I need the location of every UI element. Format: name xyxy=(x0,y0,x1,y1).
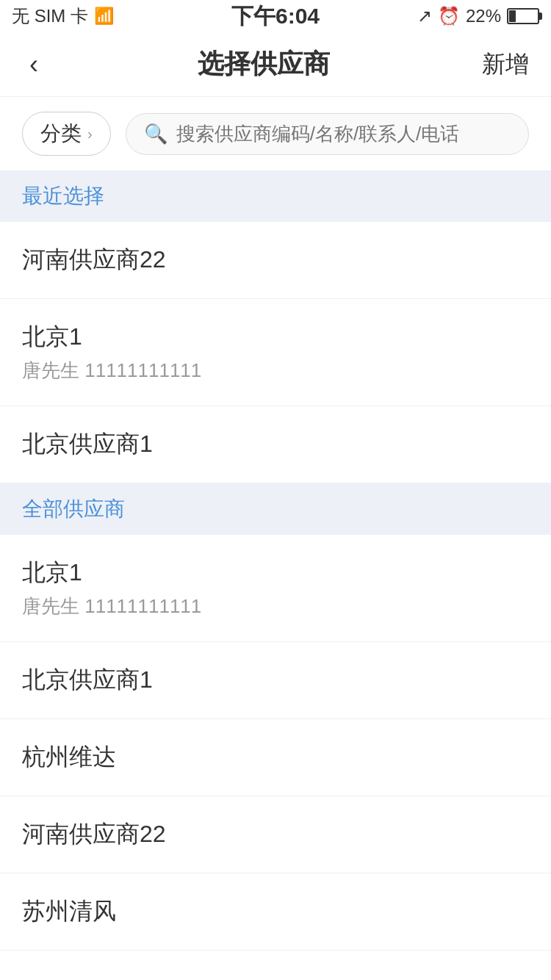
location-icon: ↗ xyxy=(417,6,432,26)
supplier-name: 北京1 xyxy=(22,557,529,589)
all-section-label: 全部供应商 xyxy=(22,497,125,520)
supplier-name: 北京供应商1 xyxy=(22,664,529,696)
status-right: ↗ ⏰ 22% xyxy=(417,6,539,26)
battery-percent: 22% xyxy=(466,6,501,26)
list-item[interactable]: 北京供应商1 xyxy=(0,642,551,719)
supplier-name: 杭州维达 xyxy=(22,741,529,774)
no-sim-text: 无 SIM 卡 xyxy=(12,4,88,28)
list-item[interactable]: 北京供应商1 xyxy=(0,406,551,483)
supplier-contact: 唐先生 11111111111 xyxy=(22,358,529,383)
recent-section-label: 最近选择 xyxy=(22,184,104,207)
all-items-list: 北京1 唐先生 11111111111 北京供应商1 杭州维达 河南供应商22 … xyxy=(0,535,551,951)
search-input[interactable] xyxy=(176,123,511,145)
status-left: 无 SIM 卡 📶 xyxy=(12,4,114,28)
list-item[interactable]: 河南供应商22 xyxy=(0,222,551,299)
list-item[interactable]: 河南供应商22 xyxy=(0,796,551,873)
supplier-name: 北京1 xyxy=(22,321,529,353)
list-item[interactable]: 北京1 唐先生 11111111111 xyxy=(0,535,551,642)
all-section-header: 全部供应商 xyxy=(0,483,551,535)
alarm-icon: ⏰ xyxy=(438,6,460,26)
filter-row: 分类 › 🔍 xyxy=(0,97,551,170)
supplier-name: 河南供应商22 xyxy=(22,818,529,851)
search-box[interactable]: 🔍 xyxy=(126,113,529,155)
battery-icon xyxy=(507,8,539,24)
status-time: 下午6:04 xyxy=(231,1,320,32)
list-item[interactable]: 杭州维达 xyxy=(0,719,551,796)
supplier-name: 河南供应商22 xyxy=(22,244,529,276)
chevron-right-icon: › xyxy=(87,126,93,143)
supplier-name: 北京供应商1 xyxy=(22,428,529,461)
back-button[interactable]: ‹ xyxy=(22,42,46,87)
add-button[interactable]: 新增 xyxy=(482,48,529,81)
category-button[interactable]: 分类 › xyxy=(22,112,111,156)
nav-bar: ‹ 选择供应商 新增 xyxy=(0,32,551,97)
search-icon: 🔍 xyxy=(144,123,168,145)
recent-section-header: 最近选择 xyxy=(0,170,551,222)
supplier-contact: 唐先生 11111111111 xyxy=(22,594,529,619)
page-title: 选择供应商 xyxy=(198,46,330,82)
recent-items-list: 河南供应商22 北京1 唐先生 11111111111 北京供应商1 xyxy=(0,222,551,483)
category-label: 分类 xyxy=(40,120,82,148)
list-item[interactable]: 北京1 唐先生 11111111111 xyxy=(0,299,551,406)
status-bar: 无 SIM 卡 📶 下午6:04 ↗ ⏰ 22% xyxy=(0,0,551,32)
list-item[interactable]: 苏州清风 xyxy=(0,873,551,951)
wifi-icon: 📶 xyxy=(94,7,114,26)
supplier-name: 苏州清风 xyxy=(22,896,529,928)
